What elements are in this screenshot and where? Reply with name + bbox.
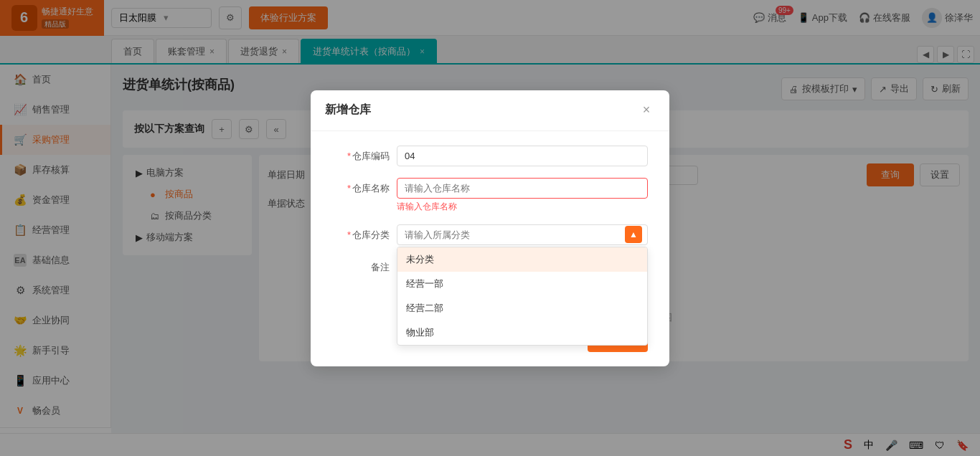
category-dropdown-list: 未分类 经营一部 经营二部 物业部 xyxy=(397,247,648,346)
name-error-msg: 请输入仓库名称 xyxy=(397,201,648,213)
dropdown-item-0[interactable]: 未分类 xyxy=(397,247,647,272)
modal-overlay: 新增仓库 × *仓库编码 *仓库名称 请输入仓库名称 xyxy=(0,0,980,456)
category-dropdown-toggle[interactable]: ▲ xyxy=(625,226,642,243)
category-input[interactable] xyxy=(397,224,648,245)
dialog-body: *仓库编码 *仓库名称 请输入仓库名称 *仓库分类 xyxy=(311,131,669,320)
remark-label: 备注 xyxy=(332,257,390,274)
code-field xyxy=(397,146,648,166)
dialog-title: 新增仓库 xyxy=(325,103,371,118)
code-input[interactable] xyxy=(397,146,648,166)
name-input[interactable] xyxy=(397,178,648,199)
form-row-name: *仓库名称 请输入仓库名称 xyxy=(332,178,648,213)
dialog-close-button[interactable]: × xyxy=(638,102,655,119)
dropdown-item-1[interactable]: 经营一部 xyxy=(397,272,647,296)
name-label: *仓库名称 xyxy=(332,178,390,195)
category-label: *仓库分类 xyxy=(332,224,390,242)
form-row-code: *仓库编码 xyxy=(332,146,648,166)
category-field: ▲ 未分类 经营一部 经营二部 物业部 xyxy=(397,224,648,245)
dropdown-item-2[interactable]: 经营二部 xyxy=(397,296,647,320)
form-row-category: *仓库分类 ▲ 未分类 经营一部 经营二部 物业部 xyxy=(332,224,648,245)
category-dropdown-wrapper: ▲ 未分类 经营一部 经营二部 物业部 xyxy=(397,224,648,245)
code-label: *仓库编码 xyxy=(332,146,390,163)
name-field: 请输入仓库名称 xyxy=(397,178,648,213)
dropdown-item-3[interactable]: 物业部 xyxy=(397,320,647,345)
dialog-header: 新增仓库 × xyxy=(311,90,669,131)
new-warehouse-dialog: 新增仓库 × *仓库编码 *仓库名称 请输入仓库名称 xyxy=(311,90,669,366)
